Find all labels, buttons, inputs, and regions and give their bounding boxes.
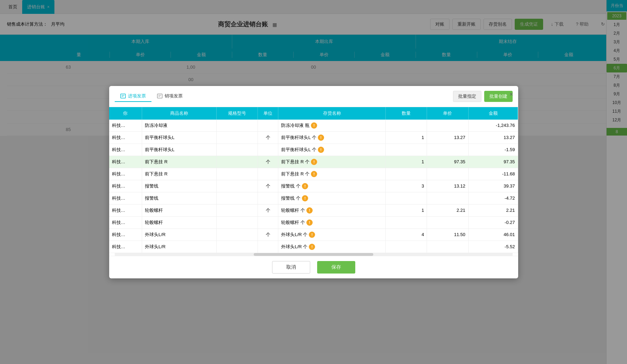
dialog-overlay: 进项发票 销项发票 批量指定 批量创建 × 你 xyxy=(0,0,627,364)
table-row: 科技…轮毂螺杆轮毂螺杆 个!-0.27 xyxy=(109,216,518,228)
inventory-name-text: 防冻冷却液 瓶 xyxy=(281,123,310,128)
unit-cell xyxy=(258,216,278,228)
company-cell: 科技… xyxy=(109,120,142,132)
table-row: 科技…前下悬挂 R个前下悬挂 R 个!197.3597.35 xyxy=(109,156,518,168)
inventory-name-cell: 报警线 个! xyxy=(278,180,386,192)
tab-incoming-invoice[interactable]: 进项发票 xyxy=(115,91,151,102)
quantity-cell xyxy=(386,192,427,204)
inventory-name-cell: 外球头L/R 个! xyxy=(278,241,386,253)
unit-price-cell: 13.12 xyxy=(427,180,468,192)
warning-icon: ! xyxy=(318,135,324,141)
inventory-name-text: 前下悬挂 R 个 xyxy=(281,159,310,164)
company-cell: 科技… xyxy=(109,144,142,156)
unit-price-cell xyxy=(427,216,468,228)
invoice-table-body: 科技…防冻冷却液防冻冷却液 瓶!-1,243.76科技…前平衡杆球头L个前平衡杆… xyxy=(109,120,518,253)
product-name-cell: 外球头L/R xyxy=(142,241,216,253)
inventory-name-text: 报警线 个 xyxy=(281,183,301,189)
company-cell: 科技… xyxy=(109,156,142,168)
warning-icon: ! xyxy=(311,159,317,165)
quantity-cell xyxy=(386,216,427,228)
product-name-cell: 轮毂螺杆 xyxy=(142,216,216,228)
company-cell: 科技… xyxy=(109,228,142,241)
warning-icon: ! xyxy=(311,122,317,129)
dialog-actions: 批量指定 批量创建 xyxy=(453,91,513,102)
inventory-name-text: 前平衡杆球头L 个 xyxy=(281,147,316,152)
company-cell: 科技… xyxy=(109,131,142,144)
warning-icon: ! xyxy=(302,183,308,189)
product-name-cell: 报警线 xyxy=(142,180,216,192)
product-name-cell: 前下悬挂 R xyxy=(142,156,216,168)
scrollbar-thumb[interactable] xyxy=(254,253,373,256)
product-name-cell: 前平衡杆球头L xyxy=(142,131,216,144)
table-row: 科技…前平衡杆球头L个前平衡杆球头L 个!113.2713.27 xyxy=(109,131,518,144)
inventory-name-text: 前平衡杆球头L 个 xyxy=(281,135,316,140)
save-button[interactable]: 保存 xyxy=(317,261,355,274)
table-row: 科技…外球头L/R个外球头L/R 个!411.5046.01 xyxy=(109,228,518,241)
amount-cell: 46.01 xyxy=(468,228,518,241)
inventory-name-text: 报警线 个 xyxy=(281,196,301,201)
table-row: 科技…轮毂螺杆个轮毂螺杆 个!12.212.21 xyxy=(109,204,518,216)
unit-price-cell: 13.27 xyxy=(427,131,468,144)
inventory-name-cell: 前下悬挂 R 个! xyxy=(278,168,386,180)
tab-outgoing-invoice[interactable]: 销项发票 xyxy=(151,91,188,102)
dialog-tabs: 进项发票 销项发票 xyxy=(115,91,188,102)
quantity-cell xyxy=(386,241,427,253)
product-name-cell: 报警线 xyxy=(142,192,216,204)
th-company: 你 xyxy=(109,107,142,120)
spec-cell xyxy=(216,156,258,168)
batch-assign-button[interactable]: 批量指定 xyxy=(453,91,481,102)
inventory-name-cell: 防冻冷却液 瓶! xyxy=(278,120,386,132)
product-name-cell: 轮毂螺杆 xyxy=(142,204,216,216)
dialog: 进项发票 销项发票 批量指定 批量创建 × 你 xyxy=(109,86,518,278)
batch-create-button[interactable]: 批量创建 xyxy=(484,91,513,102)
inventory-name-text: 外球头L/R 个 xyxy=(281,244,307,249)
quantity-cell: 4 xyxy=(386,228,427,241)
table-row: 科技…前平衡杆球头L前平衡杆球头L 个!-1.59 xyxy=(109,144,518,156)
spec-cell xyxy=(216,144,258,156)
amount-cell: -0.27 xyxy=(468,216,518,228)
th-amount: 金额 xyxy=(468,107,518,120)
company-cell: 科技… xyxy=(109,180,142,192)
unit-price-cell: 97.35 xyxy=(427,156,468,168)
horizontal-scrollbar[interactable] xyxy=(115,253,513,256)
inventory-name-cell: 轮毂螺杆 个! xyxy=(278,216,386,228)
table-row: 科技…报警线报警线 个!-4.72 xyxy=(109,192,518,204)
dialog-header: 进项发票 销项发票 批量指定 批量创建 × xyxy=(109,86,518,107)
th-product-name: 商品名称 xyxy=(142,107,216,120)
dialog-close-button[interactable]: × xyxy=(510,91,513,98)
svg-rect-3 xyxy=(157,94,162,98)
unit-price-cell xyxy=(427,168,468,180)
quantity-cell: 3 xyxy=(386,180,427,192)
inventory-name-cell: 前下悬挂 R 个! xyxy=(278,156,386,168)
inventory-name-cell: 前平衡杆球头L 个! xyxy=(278,144,386,156)
incoming-invoice-icon xyxy=(120,93,126,99)
cancel-button[interactable]: 取消 xyxy=(272,261,310,274)
inventory-name-text: 前下悬挂 R 个 xyxy=(281,171,310,176)
quantity-cell xyxy=(386,168,427,180)
th-inventory-name: 存货名称 xyxy=(278,107,386,120)
amount-cell: -4.72 xyxy=(468,192,518,204)
quantity-cell xyxy=(386,120,427,132)
inventory-name-cell: 前平衡杆球头L 个! xyxy=(278,131,386,144)
th-spec: 规格型号 xyxy=(216,107,258,120)
warning-icon: ! xyxy=(318,147,324,153)
inventory-name-cell: 外球头L/R 个! xyxy=(278,228,386,241)
unit-cell xyxy=(258,192,278,204)
company-cell: 科技… xyxy=(109,216,142,228)
unit-price-cell xyxy=(427,241,468,253)
spec-cell xyxy=(216,168,258,180)
spec-cell xyxy=(216,192,258,204)
unit-price-cell: 2.21 xyxy=(427,204,468,216)
inventory-name-cell: 轮毂螺杆 个! xyxy=(278,204,386,216)
unit-cell: 个 xyxy=(258,131,278,144)
warning-icon: ! xyxy=(309,244,315,250)
warning-icon: ! xyxy=(302,195,308,201)
outgoing-invoice-icon xyxy=(157,93,163,99)
quantity-cell xyxy=(386,144,427,156)
unit-cell xyxy=(258,144,278,156)
inventory-name-cell: 报警线 个! xyxy=(278,192,386,204)
amount-cell: -11.68 xyxy=(468,168,518,180)
quantity-cell: 1 xyxy=(386,131,427,144)
amount-cell: 97.35 xyxy=(468,156,518,168)
th-quantity: 数量 xyxy=(386,107,427,120)
